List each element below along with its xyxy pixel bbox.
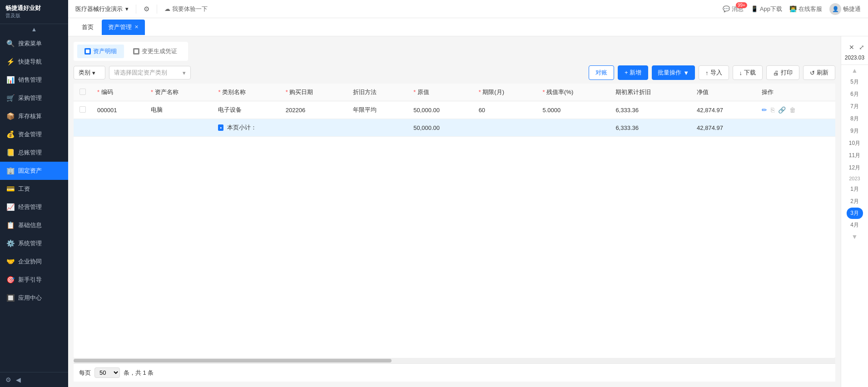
batch-button[interactable]: 批量操作 ▼: [652, 65, 695, 80]
sidebar-icon-quick-nav: ⚡: [6, 58, 15, 66]
sidebar-item-guide[interactable]: 🎯 新手引导: [0, 271, 68, 289]
page-content: 资产明细 变更生成凭证 类别: [68, 36, 868, 387]
sidebar-item-system[interactable]: ⚙️ 系统管理: [0, 234, 68, 253]
sidebar-label-quick-nav: 快捷导航: [18, 58, 42, 66]
sidebar-item-fixed-assets[interactable]: 🏢 固定资产: [0, 162, 68, 180]
sidebar-item-search[interactable]: 🔍 搜索菜单: [0, 35, 68, 53]
sidebar-item-apps[interactable]: 🔲 应用中心: [0, 289, 68, 307]
change-voucher-icon: [133, 48, 139, 55]
prev-month-10[interactable]: 10月: [841, 137, 868, 149]
right-panel-up-arrow[interactable]: ▲: [850, 65, 860, 76]
sidebar-bottom: ⚙ ◀: [0, 372, 68, 387]
prev-month-12[interactable]: 12月: [841, 162, 868, 174]
curr-month-2[interactable]: 2月: [841, 195, 868, 208]
content: 首页 资产管理 ✕ 资产明细: [68, 18, 868, 387]
sidebar-item-ledger[interactable]: 📒 总账管理: [0, 144, 68, 162]
tab-close-icon[interactable]: ✕: [134, 24, 139, 30]
user-avatar: 👤: [829, 3, 841, 15]
prev-month-8[interactable]: 8月: [841, 113, 868, 125]
category-placeholder: 请选择固定资产类别: [114, 69, 167, 77]
sub-tab-change-voucher[interactable]: 变更生成凭证: [126, 45, 184, 58]
sidebar-item-basic-info[interactable]: 📋 基础信息: [0, 216, 68, 234]
row-actions: ✏ ⎘ 🔗 🗑: [756, 101, 835, 119]
right-panel-down-arrow[interactable]: ▼: [850, 231, 860, 242]
curr-month-3[interactable]: 3月: [847, 208, 863, 219]
sidebar-label-inventory: 库存核算: [18, 112, 42, 120]
app-title: 畅捷通好业财: [5, 5, 63, 12]
category-filter[interactable]: 类别 ▾: [74, 66, 105, 79]
sidebar-item-payroll[interactable]: 💳 工资: [0, 180, 68, 198]
sidebar-label-purchase: 采购管理: [18, 94, 42, 102]
print-button[interactable]: 🖨 打印: [766, 65, 799, 80]
prev-month-6[interactable]: 6月: [841, 88, 868, 100]
table-scrollbar[interactable]: [74, 358, 835, 363]
reconcile-button[interactable]: 对账: [589, 65, 614, 80]
main-area: 医疗器械行业演示 ▾ ⚙ ☁ 我要体验一下 💬 消息 99+ 📱 App下载 👨…: [68, 0, 868, 387]
app-download-label: App下载: [760, 5, 782, 13]
download-button[interactable]: ↓ 下载: [733, 65, 763, 80]
sidebar-item-purchase[interactable]: 🛒 采购管理: [0, 89, 68, 107]
sub-tab-asset-detail-label: 资产明细: [93, 47, 117, 55]
pagination: 每页 50 100 条，共 1 条: [74, 363, 835, 382]
print-icon: 🖨: [773, 69, 779, 76]
sub-tab-asset-detail[interactable]: 资产明细: [77, 45, 124, 58]
th-checkbox: [74, 84, 92, 101]
reconcile-label: 对账: [595, 69, 607, 77]
topbar-right: 💬 消息 99+ 📱 App下载 👨‍💻 在线客服 👤 畅捷通: [723, 3, 861, 15]
curr-month-1[interactable]: 1月: [841, 183, 868, 195]
online-service-button[interactable]: 👨‍💻 在线客服: [789, 5, 822, 13]
delete-icon[interactable]: 🗑: [789, 106, 796, 114]
prev-month-7[interactable]: 7月: [841, 100, 868, 113]
sidebar-item-enterprise[interactable]: 🤝 企业协同: [0, 253, 68, 271]
messages-button[interactable]: 💬 消息 99+: [723, 5, 744, 13]
sidebar-collapse-icon[interactable]: ◀: [16, 376, 21, 383]
user-area[interactable]: 👤 畅捷通: [829, 3, 861, 15]
action-icons: ✏ ⎘ 🔗 🗑: [762, 106, 830, 114]
curr-month-4[interactable]: 4月: [841, 219, 868, 231]
category-value-dropdown-icon: ▾: [183, 69, 186, 76]
prev-month-5[interactable]: 5月: [841, 76, 868, 88]
copy-icon[interactable]: ⎘: [771, 106, 774, 114]
sidebar-item-inventory[interactable]: 📦 库存核算: [0, 107, 68, 125]
tab-home[interactable]: 首页: [75, 20, 100, 35]
app-download-button[interactable]: 📱 App下载: [751, 5, 782, 13]
sidebar-item-funds[interactable]: 💰 资金管理: [0, 125, 68, 144]
category-dropdown-icon: ▾: [92, 69, 95, 76]
trial-label: 我要体验一下: [172, 5, 208, 13]
th-category: * 类别名称: [213, 84, 280, 101]
sidebar-label-enterprise: 企业协同: [18, 258, 42, 266]
new-button[interactable]: + 新增: [618, 65, 648, 80]
right-panel-expand-icon[interactable]: ⤢: [857, 42, 866, 53]
th-original-value: * 原值: [408, 84, 473, 101]
page-main: 资产明细 变更生成凭证 类别: [68, 36, 841, 387]
company-selector[interactable]: 医疗器械行业演示 ▾: [75, 5, 129, 13]
online-service-label: 在线客服: [799, 5, 822, 13]
sidebar-label-sales: 销售管理: [18, 76, 42, 84]
company-name: 医疗器械行业演示: [75, 5, 123, 13]
refresh-label: 刷新: [817, 69, 828, 77]
refresh-button[interactable]: ↺ 刷新: [803, 65, 835, 80]
per-page-select[interactable]: 50 100: [94, 367, 120, 378]
sidebar-item-sales[interactable]: 📊 销售管理: [0, 71, 68, 89]
link-icon[interactable]: 🔗: [778, 106, 786, 114]
import-button[interactable]: ↑ 导入: [699, 65, 729, 80]
right-panel-close-icon[interactable]: ✕: [847, 42, 856, 53]
sidebar-icon-enterprise: 🤝: [6, 258, 15, 266]
select-all-checkbox[interactable]: [79, 89, 86, 95]
row-checkbox[interactable]: [79, 106, 86, 113]
edit-icon[interactable]: ✏: [762, 106, 767, 114]
sidebar-settings-icon[interactable]: ⚙: [5, 376, 11, 383]
category-value-filter[interactable]: 请选择固定资产类别 ▾: [109, 66, 191, 79]
row-net-value: 42,874.97: [691, 101, 756, 119]
sidebar-item-quick-nav[interactable]: ⚡ 快捷导航: [0, 53, 68, 71]
tab-asset-mgmt[interactable]: 资产管理 ✕: [102, 20, 145, 35]
sidebar-label-search: 搜索菜单: [18, 40, 42, 48]
sidebar-item-operations[interactable]: 📈 经营管理: [0, 198, 68, 216]
prev-month-11[interactable]: 11月: [841, 149, 868, 162]
prev-month-9[interactable]: 9月: [841, 125, 868, 137]
subtotal-checkbox-cell: [74, 119, 92, 137]
trial-button[interactable]: ☁ 我要体验一下: [164, 5, 208, 13]
row-original-value: 50,000.00: [408, 101, 473, 119]
sidebar-scroll-up[interactable]: ▲: [0, 24, 68, 35]
topbar-gear-icon[interactable]: ⚙: [144, 5, 149, 13]
